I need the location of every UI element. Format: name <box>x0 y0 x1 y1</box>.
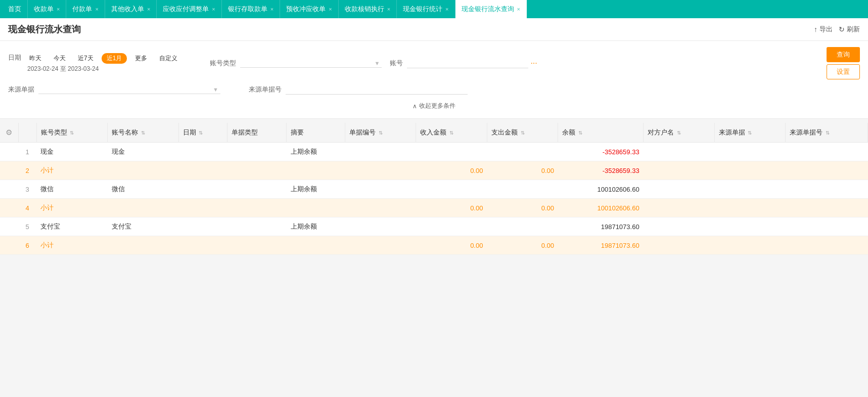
date-btn-7days[interactable]: 近7天 <box>74 53 98 64</box>
nav-tab-ar-ap-adjust[interactable]: 应收应付调整单 × <box>157 0 221 18</box>
nav-tab-ar-ap-adjust-label: 应收应付调整单 <box>163 5 209 14</box>
chevron-down-icon: ▼ <box>213 86 218 93</box>
nav-tab-home-label: 首页 <box>8 5 21 14</box>
row-doc-type-cell <box>227 180 286 199</box>
date-range-display: 2023-02-24 至 2023-03-24 <box>27 65 181 73</box>
sort-icon: ⇅ <box>379 130 383 136</box>
account-type-filter-group: 账号类型 ▼ <box>210 59 382 68</box>
close-icon[interactable]: × <box>212 6 215 12</box>
row-doc-type-cell <box>227 199 286 217</box>
top-navigation: 首页 收款单 × 付款单 × 其他收入单 × 应收应付调整单 × 银行存取款单 … <box>0 0 868 18</box>
refresh-button[interactable]: ↻ 刷新 <box>839 25 860 34</box>
row-account-name-cell: 现金 <box>108 143 179 161</box>
row-income-cell <box>416 143 487 161</box>
close-icon[interactable]: × <box>95 6 98 12</box>
row-settings-cell <box>0 143 18 161</box>
date-filter-group: 日期 昨天 今天 近7天 近1月 更多 自定义 2023-02-24 至 202… <box>8 53 181 73</box>
date-btn-1month[interactable]: 近1月 <box>102 53 127 64</box>
nav-tab-prepay[interactable]: 预收冲应收单 × <box>280 0 338 18</box>
nav-tab-bank-deposit-label: 银行存取款单 <box>228 5 267 14</box>
row-counterparty-cell <box>644 199 715 217</box>
more-options-icon[interactable]: ··· <box>530 59 537 68</box>
row-settings-cell <box>0 180 18 199</box>
date-btn-yesterday[interactable]: 昨天 <box>25 53 45 64</box>
row-source-doc-cell <box>714 180 786 199</box>
row-counterparty-cell <box>644 180 715 199</box>
col-source-doc-no[interactable]: 来源单据号 ⇅ <box>786 123 868 143</box>
row-doc-type-cell <box>227 143 286 161</box>
close-icon[interactable]: × <box>517 6 520 12</box>
sort-icon: ⇅ <box>199 130 203 136</box>
sort-icon: ⇅ <box>677 130 681 136</box>
date-btn-custom[interactable]: 自定义 <box>155 53 181 64</box>
row-date-cell <box>178 143 227 161</box>
row-summary-cell: 上期余额 <box>287 180 345 199</box>
row-income-cell: 0.00 <box>416 161 487 180</box>
sort-icon: ⇅ <box>521 130 525 136</box>
source-doc-no-input[interactable] <box>286 84 468 95</box>
nav-tab-home[interactable]: 首页 <box>2 0 28 18</box>
close-icon[interactable]: × <box>329 6 332 12</box>
col-date[interactable]: 日期 ⇅ <box>178 123 227 143</box>
account-no-label: 账号 <box>390 59 403 68</box>
sort-icon: ⇅ <box>578 130 582 136</box>
filter-row-2: 来源单据 ▼ 来源单据号 <box>8 84 860 95</box>
account-type-select[interactable]: ▼ <box>240 59 382 68</box>
gear-icon[interactable]: ⚙ <box>6 128 12 137</box>
col-expense[interactable]: 支出金额 ⇅ <box>487 123 558 143</box>
col-settings[interactable]: ⚙ <box>0 123 18 143</box>
col-income[interactable]: 收入金额 ⇅ <box>416 123 487 143</box>
data-table-container: ⚙ 账号类型 ⇅ 账号名称 ⇅ 日期 ⇅ 单据类型 <box>0 123 868 255</box>
table-row: 6 小计 0.00 0.00 19871073.60 <box>0 236 868 255</box>
settings-button[interactable]: 设置 <box>827 64 860 79</box>
row-account-name-cell <box>108 199 179 217</box>
account-no-filter-group: 账号 ··· <box>390 58 537 68</box>
nav-tab-cash-stat[interactable]: 现金银行统计 × <box>397 0 455 18</box>
col-counterparty[interactable]: 对方户名 ⇅ <box>644 123 715 143</box>
collapse-bar[interactable]: ∧ 收起更多条件 <box>8 100 860 112</box>
row-account-name-cell: 支付宝 <box>108 217 179 236</box>
nav-tab-writeoff-label: 收款核销执行 <box>345 5 384 14</box>
col-counterparty-label: 对方户名 <box>648 128 674 136</box>
query-button[interactable]: 查询 <box>827 47 860 62</box>
date-btn-more[interactable]: 更多 <box>131 53 151 64</box>
col-account-name[interactable]: 账号名称 ⇅ <box>108 123 179 143</box>
nav-tab-bank-deposit[interactable]: 银行存取款单 × <box>222 0 280 18</box>
table-body: 1 现金 现金 上期余额 -3528659.33 2 小计 0.00 0.00 … <box>0 143 868 255</box>
row-expense-cell: 0.00 <box>487 236 558 255</box>
row-account-type-cell: 支付宝 <box>36 217 108 236</box>
nav-tab-payment[interactable]: 付款单 × <box>66 0 105 18</box>
col-source-doc[interactable]: 来源单据 ⇅ <box>714 123 786 143</box>
row-doc-type-cell <box>227 217 286 236</box>
nav-tab-cash-flow[interactable]: 现金银行流水查询 × <box>455 0 527 18</box>
close-icon[interactable]: × <box>57 6 60 12</box>
header-actions: ↑ 导出 ↻ 刷新 <box>814 25 860 34</box>
col-balance[interactable]: 余额 ⇅ <box>558 123 644 143</box>
account-no-input[interactable] <box>407 58 528 68</box>
source-doc-select[interactable]: ▼ <box>38 85 220 94</box>
row-account-type-cell: 现金 <box>36 143 108 161</box>
date-options: 昨天 今天 近7天 近1月 更多 自定义 <box>25 53 181 64</box>
close-icon[interactable]: × <box>387 6 390 12</box>
row-balance-cell: -3528659.33 <box>558 143 644 161</box>
row-source-doc-no-cell <box>786 180 868 199</box>
nav-tab-receipt[interactable]: 收款单 × <box>28 0 66 18</box>
row-summary-cell <box>287 236 345 255</box>
row-source-doc-cell <box>714 236 786 255</box>
close-icon[interactable]: × <box>270 6 273 12</box>
nav-tab-other-income[interactable]: 其他收入单 × <box>105 0 157 18</box>
close-icon[interactable]: × <box>445 6 448 12</box>
row-account-type-cell: 小计 <box>36 199 108 217</box>
col-expense-label: 支出金额 <box>491 128 518 136</box>
nav-tab-writeoff[interactable]: 收款核销执行 × <box>339 0 397 18</box>
row-account-type-cell: 微信 <box>36 180 108 199</box>
account-type-label: 账号类型 <box>210 59 236 68</box>
col-account-type[interactable]: 账号类型 ⇅ <box>36 123 108 143</box>
col-doc-no[interactable]: 单据编号 ⇅ <box>345 123 416 143</box>
row-num-cell: 2 <box>18 161 36 180</box>
close-icon[interactable]: × <box>147 6 150 12</box>
row-doc-no-cell <box>345 236 416 255</box>
export-button[interactable]: ↑ 导出 <box>814 25 833 34</box>
date-btn-today[interactable]: 今天 <box>50 53 70 64</box>
row-num-cell: 1 <box>18 143 36 161</box>
